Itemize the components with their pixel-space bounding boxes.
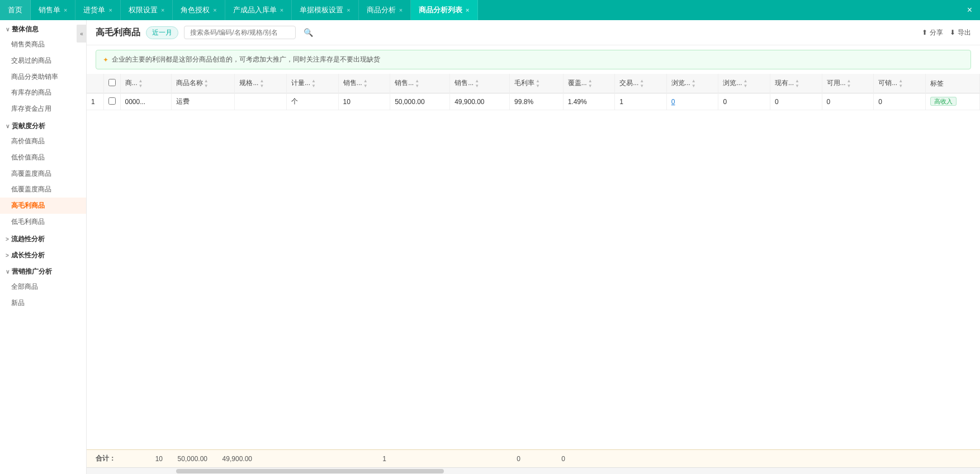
nav-close-icon[interactable]: × xyxy=(64,7,67,13)
sidebar-group-title[interactable]: ∨贡献度分析 xyxy=(0,117,86,133)
col-label: 毛利率 xyxy=(514,79,534,87)
col-header-index xyxy=(87,74,103,93)
sidebar-group-title[interactable]: ∨营销推广分析 xyxy=(0,262,86,279)
nav-item-单据模板设置[interactable]: 单据模板设置× xyxy=(292,0,358,20)
col-header-browse1[interactable]: 浏览...▲▼ xyxy=(666,74,718,93)
nav-close-icon[interactable]: × xyxy=(399,7,403,13)
sidebar-item[interactable]: 交易过的商品 xyxy=(0,53,86,69)
sort-icon[interactable]: ▲▼ xyxy=(363,78,368,88)
nav-item-角色授权[interactable]: 角色授权× xyxy=(173,0,225,20)
col-header-name[interactable]: 商品名称▲▼ xyxy=(171,74,235,93)
sort-icon[interactable]: ▲▼ xyxy=(898,78,903,88)
sort-icon[interactable]: ▲▼ xyxy=(847,78,851,88)
sort-icon[interactable]: ▲▼ xyxy=(795,78,799,88)
col-label: 销售... xyxy=(343,79,362,87)
sort-icon[interactable]: ▲▼ xyxy=(204,78,209,88)
sidebar-collapse-button[interactable]: « xyxy=(77,25,87,43)
col-label: 标签 xyxy=(930,79,944,87)
sidebar-group-title[interactable]: >成长性分析 xyxy=(0,246,86,262)
sidebar-group-title[interactable]: ∨整体信息 xyxy=(0,20,86,36)
col-header-browse2[interactable]: 浏览...▲▼ xyxy=(718,74,770,93)
sidebar-group-title[interactable]: >流趋性分析 xyxy=(0,230,86,246)
col-header-code[interactable]: 商...▲▼ xyxy=(120,74,171,93)
export-button[interactable]: ⬇ 导出 xyxy=(950,28,971,37)
sort-icon[interactable]: ▲▼ xyxy=(588,78,593,88)
sidebar-item[interactable]: 低毛利商品 xyxy=(0,214,86,230)
col-header-unit[interactable]: 计量...▲▼ xyxy=(287,74,339,93)
cell-browse1[interactable]: 0 xyxy=(666,93,718,110)
sidebar-item[interactable]: 全部商品 xyxy=(0,279,86,295)
horizontal-scrollbar[interactable] xyxy=(87,467,980,474)
nav-item-销售单[interactable]: 销售单× xyxy=(31,0,75,20)
sidebar-group-arrow-icon: ∨ xyxy=(6,269,10,275)
cell-unit: 个 xyxy=(287,93,339,110)
nav-item-权限设置[interactable]: 权限设置× xyxy=(121,0,173,20)
sidebar-item[interactable]: 销售类商品 xyxy=(0,36,86,53)
sidebar-item[interactable]: 高价值商品 xyxy=(0,133,86,149)
col-label: 浏览... xyxy=(723,79,742,87)
sidebar-item[interactable]: 商品分类助销率 xyxy=(0,69,86,85)
col-header-coverage[interactable]: 覆盖...▲▼ xyxy=(563,74,615,93)
col-header-current[interactable]: 现有...▲▼ xyxy=(770,74,822,93)
col-label: 销售... xyxy=(395,79,414,87)
col-label: 计量... xyxy=(291,79,310,87)
col-header-saleProfit[interactable]: 销售...▲▼ xyxy=(450,74,510,93)
cell-tag[interactable]: 高收入 xyxy=(925,93,979,110)
share-button[interactable]: ⬆ 分享 xyxy=(922,28,943,37)
sidebar-group: ∨贡献度分析高价值商品低价值商品高覆盖度商品低覆盖度商品高毛利商品低毛利商品 xyxy=(0,117,86,230)
col-header-trade[interactable]: 交易...▲▼ xyxy=(615,74,667,93)
header-actions: ⬆ 分享 ⬇ 导出 xyxy=(922,28,971,37)
col-header-spec[interactable]: 规格...▲▼ xyxy=(235,74,287,93)
sidebar-item[interactable]: 新品 xyxy=(0,295,86,311)
sidebar-item[interactable]: 低覆盖度商品 xyxy=(0,181,86,198)
col-header-grossRate[interactable]: 毛利率▲▼ xyxy=(510,74,564,93)
col-header-saleAmt[interactable]: 销售...▲▼ xyxy=(390,74,450,93)
sort-icon[interactable]: ▲▼ xyxy=(311,78,316,88)
col-header-saleQty[interactable]: 销售...▲▼ xyxy=(338,74,390,93)
nav-item-首页[interactable]: 首页 xyxy=(0,0,31,20)
sort-icon[interactable]: ▲▼ xyxy=(475,78,479,88)
data-table: 商...▲▼商品名称▲▼规格...▲▼计量...▲▼销售...▲▼销售...▲▼… xyxy=(87,74,980,110)
sort-icon[interactable]: ▲▼ xyxy=(743,78,747,88)
nav-close-icon[interactable]: × xyxy=(347,7,350,13)
close-all-button[interactable]: × xyxy=(959,0,980,20)
sort-icon[interactable]: ▲▼ xyxy=(692,78,696,88)
cell-saleProfit: 49,900.00 xyxy=(450,93,510,110)
nav-item-产成品入库单[interactable]: 产成品入库单× xyxy=(225,0,292,20)
col-label: 规格... xyxy=(239,79,258,87)
nav-close-icon[interactable]: × xyxy=(161,7,164,13)
content-header: 高毛利商品 近一月 🔍 ⬆ 分享 ⬇ 导出 xyxy=(87,20,980,45)
nav-item-商品分析列表[interactable]: 商品分析列表× xyxy=(411,0,477,20)
nav-close-icon[interactable]: × xyxy=(280,7,283,13)
sort-icon[interactable]: ▲▼ xyxy=(139,78,143,88)
browse-link[interactable]: 0 xyxy=(671,98,675,106)
sort-icon[interactable]: ▲▼ xyxy=(259,78,264,88)
nav-close-icon[interactable]: × xyxy=(213,7,216,13)
table-wrapper[interactable]: 商...▲▼商品名称▲▼规格...▲▼计量...▲▼销售...▲▼销售...▲▼… xyxy=(87,74,980,449)
sidebar-item[interactable]: 高毛利商品 xyxy=(0,198,86,214)
search-button[interactable]: 🔍 xyxy=(301,28,315,37)
col-header-tag: 标签 xyxy=(925,74,979,93)
nav-close-icon[interactable]: × xyxy=(108,7,112,13)
footer-trade: 1 xyxy=(351,455,395,463)
sidebar-item[interactable]: 高覆盖度商品 xyxy=(0,166,86,182)
sidebar-item[interactable]: 有库存的商品 xyxy=(0,85,86,101)
select-all-checkbox[interactable] xyxy=(108,79,116,86)
cell-coverage: 1.49% xyxy=(563,93,615,110)
nav-close-icon[interactable]: × xyxy=(466,7,469,13)
sidebar-group: >流趋性分析 xyxy=(0,230,86,246)
sort-icon[interactable]: ▲▼ xyxy=(415,78,419,88)
nav-item-商品分析[interactable]: 商品分析× xyxy=(359,0,411,20)
scrollbar-thumb[interactable] xyxy=(176,469,444,473)
col-header-available[interactable]: 可用...▲▼ xyxy=(822,74,874,93)
col-header-saleable[interactable]: 可销...▲▼ xyxy=(874,74,926,93)
nav-item-进货单[interactable]: 进货单× xyxy=(75,0,120,20)
date-filter-button[interactable]: 近一月 xyxy=(146,26,178,39)
search-input[interactable] xyxy=(184,26,296,39)
sort-icon[interactable]: ▲▼ xyxy=(640,78,644,88)
row-checkbox[interactable] xyxy=(108,97,116,105)
sidebar-item[interactable]: 库存资金占用 xyxy=(0,101,86,117)
cell-index: 1 xyxy=(87,93,103,110)
sidebar-item[interactable]: 低价值商品 xyxy=(0,149,86,166)
sort-icon[interactable]: ▲▼ xyxy=(536,78,540,88)
